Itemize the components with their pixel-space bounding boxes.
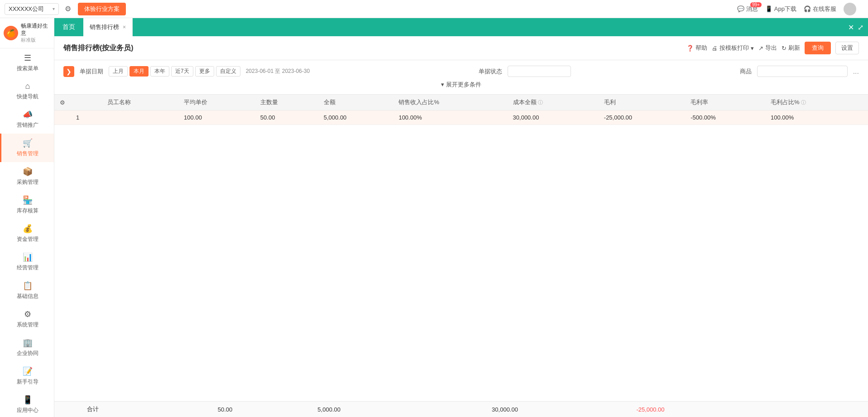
sidebar-item-label: 应用中心 <box>17 407 38 414</box>
settings-icon[interactable]: ⚙ <box>62 3 74 15</box>
enterprise-icon: 🏢 <box>23 338 33 348</box>
date-btn-more[interactable]: 更多 <box>195 66 214 77</box>
sidebar-item-purchase[interactable]: 📦 采购管理 <box>0 162 54 191</box>
online-service[interactable]: 🎧 在线客服 <box>804 5 836 13</box>
print-icon: 🖨 <box>712 45 718 52</box>
summary-sales-pct <box>444 402 486 417</box>
more-dots[interactable]: ... <box>853 67 859 76</box>
marketing-icon: 📣 <box>23 110 33 120</box>
row-settings <box>54 110 71 125</box>
col-profit-rate: 毛利率 <box>685 95 765 110</box>
sidebar-item-app-center[interactable]: 📱 应用中心 <box>0 390 54 417</box>
col-profit: 毛利 <box>599 95 685 110</box>
status-select[interactable] <box>508 66 571 77</box>
row-amount: 5,000.00 <box>318 110 393 125</box>
sidebar-item-enterprise[interactable]: 🏢 企业协同 <box>0 333 54 362</box>
expand-label: 展开更多条件 <box>446 81 481 88</box>
col-profit-pct: 毛利占比% ⓘ <box>765 95 868 110</box>
goods-input[interactable] <box>757 66 848 77</box>
sidebar-item-guide[interactable]: 📝 新手引导 <box>0 362 54 390</box>
inventory-icon: 🏪 <box>23 195 33 205</box>
filter-collapse-btn[interactable]: ❯ <box>63 66 74 77</box>
date-btn-this-month[interactable]: 本月 <box>129 66 149 77</box>
sidebar-item-inventory[interactable]: 🏪 库存核算 <box>0 191 54 219</box>
sidebar-item-label: 经营管理 <box>17 264 38 272</box>
table-header-row: ⚙ 员工名称 平均单价 主数量 全额 销售收入占比% 成本全额 ⓘ 毛利 <box>54 95 868 110</box>
message-area[interactable]: 💬 消息 99+ <box>737 5 758 13</box>
sidebar-item-sales[interactable]: 🛒 销售管理 <box>0 134 54 162</box>
status-label: 单据状态 <box>479 67 502 76</box>
sidebar-item-operations[interactable]: 📊 经营管理 <box>0 248 54 276</box>
tab-window-expand-btn[interactable]: ⤢ <box>858 23 863 32</box>
date-btn-7days[interactable]: 近7天 <box>171 66 193 77</box>
col-avg-price: 平均单价 <box>178 95 255 110</box>
query-button[interactable]: 查询 <box>805 42 831 54</box>
tab-sales-ranking[interactable]: 销售排行榜 × <box>83 18 133 36</box>
tab-label: 销售排行榜 <box>90 23 119 31</box>
filter-row: ❯ 单据日期 上月 本月 本年 近7天 更多 自定义 2023-06-01 至 … <box>63 66 859 77</box>
sidebar-item-label: 采购管理 <box>17 178 38 186</box>
sidebar-item-finance[interactable]: 💰 资金管理 <box>0 219 54 248</box>
summary-table: 合计 50.00 5,000.00 30,000.00 -25,000.00 <box>54 402 868 417</box>
main-layout: 🍊 畅康通好生意 标准版 ☰ 搜索菜单 ⌂ 快捷导航 📣 营销推广 🛒 销售管理… <box>0 18 868 417</box>
page-actions: ❓ 帮助 🖨 按模板打印 ▾ ↗ 导出 ↻ 刷新 <box>686 42 859 54</box>
sidebar-item-label: 销售管理 <box>17 150 38 158</box>
row-name <box>102 110 178 125</box>
summary-rank <box>68 402 82 417</box>
help-icon: ❓ <box>686 45 694 52</box>
phone-icon: 📱 <box>765 5 772 12</box>
date-btn-last-month[interactable]: 上月 <box>109 66 128 77</box>
avatar[interactable] <box>844 3 856 15</box>
sidebar-item-label: 快捷导航 <box>17 93 38 101</box>
print-button[interactable]: 🖨 按模板打印 ▾ <box>712 44 754 52</box>
summary-row: 合计 50.00 5,000.00 30,000.00 -25,000.00 <box>54 402 868 417</box>
sidebar-item-label: 营销推广 <box>17 121 38 129</box>
sidebar-item-marketing[interactable]: 📣 营销推广 <box>0 105 54 134</box>
chevron-down-icon: ▾ <box>53 6 55 11</box>
row-sales-pct: 100.00% <box>393 110 507 125</box>
sidebar-item-quick-nav[interactable]: ⌂ 快捷导航 <box>0 77 54 105</box>
col-cost: 成本全额 ⓘ <box>508 95 599 110</box>
help-label: 帮助 <box>695 44 707 52</box>
tab-home[interactable]: 首页 <box>54 18 83 36</box>
company-selector[interactable]: XXXXXX公司 ▾ <box>5 3 59 15</box>
sidebar-item-basic-info[interactable]: 📋 基础信息 <box>0 276 54 305</box>
col-sales-pct: 销售收入占比% <box>393 95 507 110</box>
refresh-label: 刷新 <box>788 44 800 52</box>
refresh-icon: ↻ <box>782 45 786 52</box>
tab-window-close-btn[interactable]: ✕ <box>848 23 854 32</box>
app-download[interactable]: 📱 App下载 <box>765 5 796 13</box>
expand-btn[interactable]: ▾ 展开更多条件 <box>63 81 859 89</box>
profit-pct-info-icon: ⓘ <box>801 100 806 105</box>
settings-button[interactable]: 设置 <box>835 42 859 54</box>
sidebar-item-search-order[interactable]: ☰ 搜索菜单 <box>0 48 54 77</box>
guide-icon: 📝 <box>23 366 33 376</box>
page-content: 销售排行榜(按业务员) ❓ 帮助 🖨 按模板打印 ▾ ↗ 导出 <box>54 36 868 417</box>
row-quantity: 50.00 <box>255 110 318 125</box>
sidebar-item-label: 资金管理 <box>17 235 38 243</box>
headset-icon: 🎧 <box>804 5 811 12</box>
date-btn-this-year[interactable]: 本年 <box>150 66 169 77</box>
row-rank: 1 <box>71 110 102 125</box>
summary-profit: -25,000.00 <box>631 402 783 417</box>
refresh-button[interactable]: ↻ 刷新 <box>782 44 800 52</box>
date-btn-custom[interactable]: 自定义 <box>216 66 240 77</box>
filter-area: ❯ 单据日期 上月 本月 本年 近7天 更多 自定义 2023-06-01 至 … <box>54 60 868 95</box>
export-label: 导出 <box>765 44 777 52</box>
sidebar-item-system[interactable]: ⚙ 系统管理 <box>0 305 54 333</box>
purchase-icon: 📦 <box>23 167 33 177</box>
row-profit-pct: 100.00% <box>765 110 868 125</box>
col-settings[interactable]: ⚙ <box>54 95 71 110</box>
trial-button[interactable]: 体验行业方案 <box>78 3 126 15</box>
tab-close-icon[interactable]: × <box>123 24 126 30</box>
logo-icon: 🍊 <box>4 26 18 40</box>
export-icon: ↗ <box>758 45 763 52</box>
print-label: 按模板打印 <box>719 44 749 52</box>
summary-profit-pct <box>825 402 868 417</box>
sidebar-item-label: 新手引导 <box>17 378 38 386</box>
summary-cost: 30,000.00 <box>486 402 631 417</box>
col-rank <box>71 95 102 110</box>
export-button[interactable]: ↗ 导出 <box>758 44 777 52</box>
help-button[interactable]: ❓ 帮助 <box>686 44 707 52</box>
sales-icon: 🛒 <box>23 138 33 148</box>
